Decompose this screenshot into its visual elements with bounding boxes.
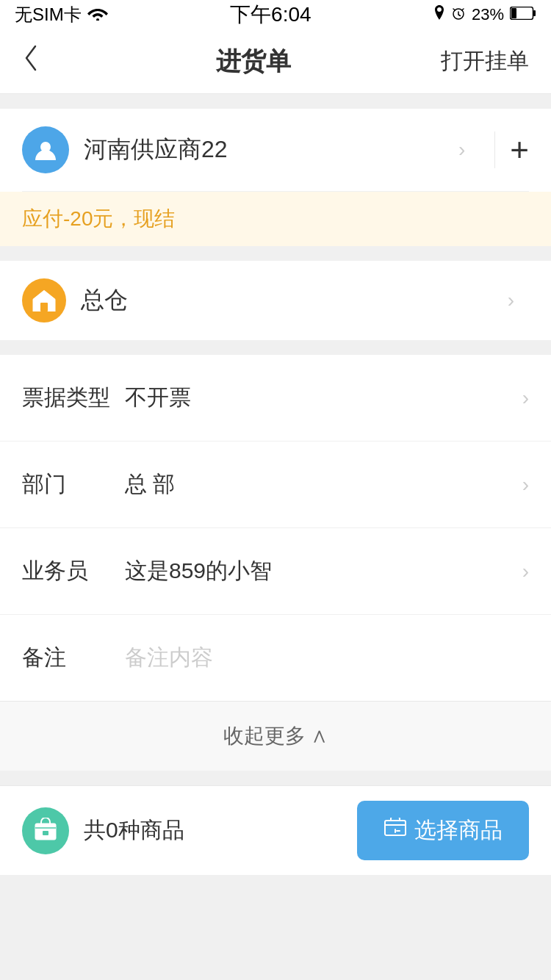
warehouse-row[interactable]: 总仓 › xyxy=(22,261,529,340)
location-icon xyxy=(433,5,445,24)
product-count-text: 共0种商品 xyxy=(84,815,357,846)
select-product-button[interactable]: 选择商品 xyxy=(357,801,529,860)
invoice-type-value: 不开票 xyxy=(125,383,515,413)
status-bar: 无SIM卡 下午6:04 23% xyxy=(0,0,551,29)
supplier-divider xyxy=(494,131,495,168)
form-section: 票据类型 不开票 › 部门 总 部 › 业务员 这是859的小智 › 备注 备注… xyxy=(0,355,551,701)
warehouse-chevron-icon: › xyxy=(508,289,514,312)
department-row[interactable]: 部门 总 部 › xyxy=(0,442,551,528)
notice-banner: 应付-20元，现结 xyxy=(0,192,551,246)
time-display: 下午6:04 xyxy=(230,1,311,29)
department-label: 部门 xyxy=(22,469,125,500)
supplier-section: 河南供应商22 › + xyxy=(0,109,551,192)
status-left: 无SIM卡 xyxy=(15,3,108,26)
section-gap-2 xyxy=(0,246,551,261)
invoice-type-row[interactable]: 票据类型 不开票 › xyxy=(0,355,551,442)
supplier-name: 河南供应商22 xyxy=(84,134,458,166)
alarm-icon xyxy=(451,5,466,24)
product-icon xyxy=(22,807,69,854)
status-right: 23% xyxy=(433,5,536,24)
nav-bar: 进货单 打开挂单 xyxy=(0,29,551,94)
salesperson-label: 业务员 xyxy=(22,556,125,586)
remark-placeholder[interactable]: 备注内容 xyxy=(125,643,529,673)
collapse-button[interactable]: 收起更多 ∧ xyxy=(0,701,551,771)
department-value: 总 部 xyxy=(125,469,515,500)
remark-row[interactable]: 备注 备注内容 xyxy=(0,615,551,701)
warehouse-section: 总仓 › xyxy=(0,261,551,340)
svg-rect-3 xyxy=(533,10,536,16)
svg-rect-8 xyxy=(43,831,48,835)
salesperson-row[interactable]: 业务员 这是859的小智 › xyxy=(0,528,551,615)
section-gap-4 xyxy=(0,771,551,785)
svg-point-0 xyxy=(96,18,99,21)
supplier-row[interactable]: 河南供应商22 › + xyxy=(22,109,529,192)
supplier-avatar xyxy=(22,126,69,173)
department-chevron-icon: › xyxy=(522,473,529,497)
notice-text: 应付-20元，现结 xyxy=(22,207,175,230)
nav-title: 进货单 xyxy=(216,45,291,79)
add-supplier-button[interactable]: + xyxy=(510,134,529,166)
warehouse-icon xyxy=(22,278,66,323)
bottom-bar: 共0种商品 选择商品 xyxy=(0,785,551,875)
invoice-type-label: 票据类型 xyxy=(22,383,125,413)
page-background xyxy=(0,875,551,980)
carrier-text: 无SIM卡 xyxy=(15,3,82,26)
section-gap-1 xyxy=(0,94,551,109)
section-gap-3 xyxy=(0,340,551,355)
collapse-label: 收起更多 ∧ xyxy=(223,724,328,747)
warehouse-name: 总仓 xyxy=(81,284,508,317)
select-product-label: 选择商品 xyxy=(414,815,503,846)
salesperson-value: 这是859的小智 xyxy=(125,556,515,586)
supplier-chevron-icon: › xyxy=(458,138,465,162)
wifi-icon xyxy=(87,4,108,25)
open-pending-button[interactable]: 打开挂单 xyxy=(441,46,529,76)
back-button[interactable] xyxy=(22,43,66,79)
cart-icon xyxy=(383,818,407,843)
battery-text: 23% xyxy=(472,5,504,24)
salesperson-chevron-icon: › xyxy=(522,560,529,583)
battery-icon xyxy=(510,5,536,24)
svg-rect-4 xyxy=(511,8,516,18)
remark-label: 备注 xyxy=(22,643,125,673)
svg-rect-6 xyxy=(40,303,48,311)
invoice-type-chevron-icon: › xyxy=(522,386,529,410)
